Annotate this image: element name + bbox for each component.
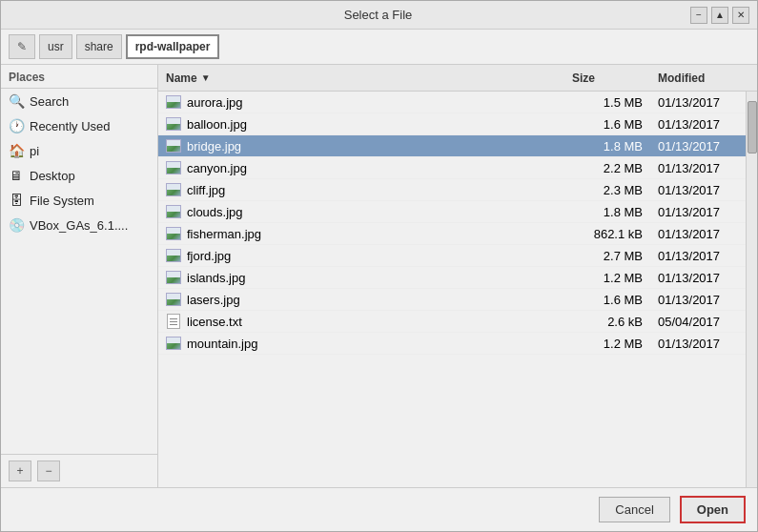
image-file-icon: [166, 139, 181, 153]
sidebar-footer: + −: [1, 454, 157, 487]
remove-bookmark-button[interactable]: −: [37, 460, 60, 481]
column-size[interactable]: Size: [564, 72, 650, 85]
breadcrumb-share[interactable]: share: [76, 34, 122, 59]
file-name-cell: cliff.jpg: [158, 182, 564, 197]
scrollbar-thumb[interactable]: [748, 101, 757, 153]
file-size-cell: 2.6 kB: [564, 315, 650, 329]
file-name-cell: aurora.jpg: [158, 94, 564, 110]
breadcrumb-usr[interactable]: usr: [39, 34, 72, 59]
file-row[interactable]: bridge.jpg 1.8 MB 01/13/2017: [158, 135, 757, 157]
file-icon: [166, 160, 181, 175]
breadcrumb-bar: ✎ usr share rpd-wallpaper: [1, 30, 757, 65]
file-row[interactable]: canyon.jpg 2.2 MB 01/13/2017: [158, 157, 757, 179]
file-row[interactable]: cliff.jpg 2.3 MB 01/13/2017: [158, 179, 757, 201]
cancel-button[interactable]: Cancel: [599, 497, 669, 522]
breadcrumb-rpd-wallpaper[interactable]: rpd-wallpaper: [126, 34, 220, 59]
file-name-cell: mountain.jpg: [158, 336, 564, 351]
open-button[interactable]: Open: [680, 496, 746, 523]
image-file-icon: [166, 293, 181, 306]
file-row[interactable]: balloon.jpg 1.6 MB 01/13/2017: [158, 113, 757, 135]
file-row[interactable]: fjord.jpg 2.7 MB 01/13/2017: [158, 245, 757, 267]
image-file-icon: [166, 117, 181, 131]
dialog-title: Select a File: [66, 8, 690, 22]
file-row[interactable]: lasers.jpg 1.6 MB 01/13/2017: [158, 289, 757, 311]
file-row[interactable]: aurora.jpg 1.5 MB 01/13/2017: [158, 92, 757, 113]
file-modified-cell: 01/13/2017: [650, 117, 746, 132]
column-name[interactable]: Name ▼: [158, 72, 564, 85]
edit-path-button[interactable]: ✎: [9, 34, 35, 59]
file-icon: [166, 336, 181, 351]
file-icon: [166, 292, 181, 307]
add-bookmark-button[interactable]: +: [9, 460, 31, 481]
file-name-cell: balloon.jpg: [158, 116, 564, 132]
sidebar-item-recently-used[interactable]: 🕐 Recently Used: [1, 113, 157, 138]
sidebar-item-vbox[interactable]: 💿 VBox_GAs_6.1....: [1, 213, 157, 237]
image-file-icon: [166, 183, 181, 196]
file-name: mountain.jpg: [187, 337, 257, 351]
minimize-button[interactable]: −: [690, 7, 707, 24]
file-icon: [166, 314, 181, 329]
image-file-icon: [166, 337, 181, 350]
file-size-cell: 1.8 MB: [564, 139, 650, 153]
file-modified-cell: 01/13/2017: [650, 161, 746, 175]
column-modified[interactable]: Modified: [650, 72, 746, 85]
image-file-icon: [166, 249, 181, 262]
file-name: fisherman.jpg: [187, 227, 261, 241]
file-size-cell: 1.2 MB: [564, 271, 650, 285]
file-name: clouds.jpg: [187, 205, 243, 219]
file-name: cliff.jpg: [187, 183, 225, 197]
file-icon: [166, 270, 181, 285]
file-row[interactable]: fisherman.jpg 862.1 kB 01/13/2017: [158, 223, 757, 245]
image-file-icon: [166, 95, 181, 109]
file-size-cell: 1.2 MB: [564, 337, 650, 351]
disc-icon: 💿: [9, 217, 24, 233]
sidebar: Places 🔍 Search 🕐 Recently Used 🏠 pi 🖥 D…: [1, 65, 158, 487]
clock-icon: 🕐: [9, 118, 24, 133]
file-icon: [166, 116, 181, 132]
dialog: Select a File − ▲ ✕ ✎ usr share rpd-wall…: [0, 0, 758, 532]
file-row[interactable]: clouds.jpg 1.8 MB 01/13/2017: [158, 201, 757, 223]
file-modified-cell: 01/13/2017: [650, 183, 746, 197]
main-content: Places 🔍 Search 🕐 Recently Used 🏠 pi 🖥 D…: [1, 65, 757, 487]
edit-icon: ✎: [17, 40, 27, 53]
search-icon: 🔍: [9, 93, 24, 109]
file-modified-cell: 01/13/2017: [650, 337, 746, 351]
file-name-cell: fjord.jpg: [158, 248, 564, 263]
file-name: balloon.jpg: [187, 117, 247, 132]
file-row[interactable]: license.txt 2.6 kB 05/04/2017: [158, 311, 757, 333]
sidebar-item-pi[interactable]: 🏠 pi: [1, 138, 157, 163]
file-name-cell: license.txt: [158, 314, 564, 329]
sidebar-item-search[interactable]: 🔍 Search: [1, 89, 157, 113]
maximize-button[interactable]: ▲: [711, 7, 728, 24]
file-name: fjord.jpg: [187, 249, 231, 263]
file-name-cell: lasers.jpg: [158, 292, 564, 307]
file-icon: [166, 94, 181, 110]
file-name-cell: bridge.jpg: [158, 138, 564, 153]
file-size-cell: 2.7 MB: [564, 249, 650, 263]
bottom-bar: Cancel Open: [1, 487, 757, 531]
file-name: aurora.jpg: [187, 95, 243, 110]
sidebar-item-desktop[interactable]: 🖥 Desktop: [1, 163, 157, 188]
file-row[interactable]: mountain.jpg 1.2 MB 01/13/2017: [158, 333, 757, 355]
file-size-cell: 1.6 MB: [564, 293, 650, 307]
file-modified-cell: 01/13/2017: [650, 271, 746, 285]
scrollbar-track[interactable]: [746, 92, 757, 487]
file-table-header: Name ▼ Size Modified: [158, 65, 757, 92]
file-row[interactable]: islands.jpg 1.2 MB 01/13/2017: [158, 267, 757, 289]
file-name-cell: islands.jpg: [158, 270, 564, 285]
file-name-cell: clouds.jpg: [158, 204, 564, 219]
file-modified-cell: 05/04/2017: [650, 315, 746, 329]
image-file-icon: [166, 161, 181, 174]
file-size-cell: 862.1 kB: [564, 227, 650, 241]
file-name: license.txt: [187, 315, 242, 329]
file-icon: [166, 248, 181, 263]
close-button[interactable]: ✕: [732, 7, 749, 24]
titlebar: Select a File − ▲ ✕: [1, 1, 757, 30]
file-icon: [166, 226, 181, 241]
file-modified-cell: 01/13/2017: [650, 227, 746, 241]
file-size-cell: 1.6 MB: [564, 117, 650, 132]
file-modified-cell: 01/13/2017: [650, 139, 746, 153]
home-icon: 🏠: [9, 143, 24, 158]
sidebar-item-filesystem[interactable]: 🗄 File System: [1, 188, 157, 213]
file-size-cell: 2.3 MB: [564, 183, 650, 197]
